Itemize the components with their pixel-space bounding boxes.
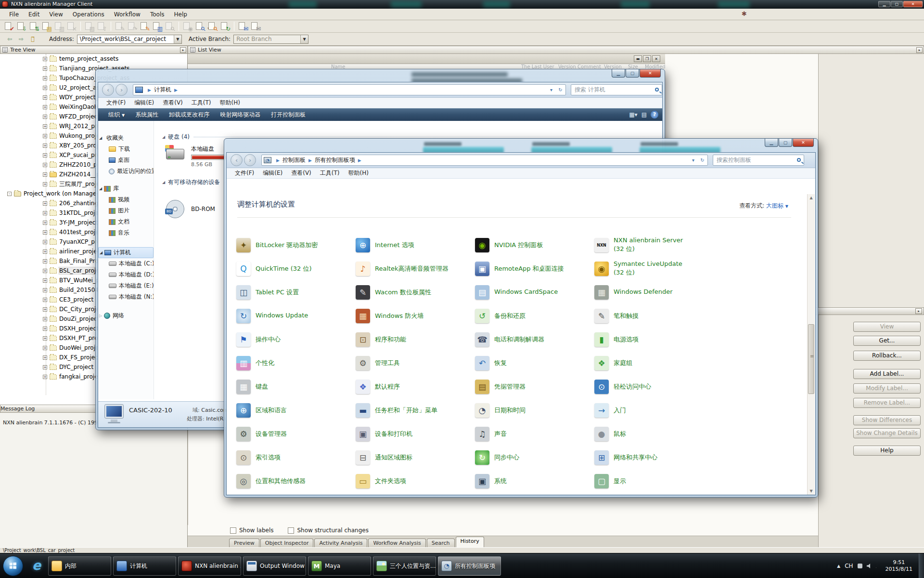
cp-item-恢复[interactable]: ↶恢复 bbox=[475, 355, 593, 377]
cp-minimize-button[interactable]: ▁ bbox=[765, 139, 778, 147]
cp-item-操作中心[interactable]: ⚑操作中心 bbox=[236, 331, 355, 353]
app-menu-workflow[interactable]: Workflow bbox=[110, 10, 145, 19]
tree-view-menu-icon[interactable]: ▸ bbox=[180, 47, 186, 53]
duplicate-icon[interactable]: ▥ bbox=[151, 21, 163, 32]
app-menu-operations[interactable]: Operations bbox=[68, 10, 109, 19]
explorer-menu-编辑-e[interactable]: 编辑(E) bbox=[130, 98, 158, 108]
explorer-address-bar[interactable]: ▶ 计算机 ▶ ▾ ↻ bbox=[133, 84, 566, 95]
branch-combobox[interactable]: Root Branch ▼ bbox=[233, 35, 308, 44]
sidebar-item-文档[interactable]: 文档 bbox=[98, 216, 154, 227]
view-button[interactable]: View bbox=[853, 322, 921, 332]
sidebar-item-图片[interactable]: 图片 bbox=[98, 205, 154, 216]
tree-expand-icon[interactable]: + bbox=[43, 336, 47, 341]
cp-item-remoteapp-和桌面连接[interactable]: ▣RemoteApp 和桌面连接 bbox=[475, 260, 593, 282]
collapse-icon[interactable]: ◢ bbox=[162, 135, 165, 139]
view-icon[interactable]: ◉ bbox=[181, 21, 193, 32]
tab-search[interactable]: Search bbox=[427, 539, 455, 547]
cp-item-nvidia-控制面板[interactable]: ◉NVIDIA 控制面板 bbox=[475, 236, 593, 259]
taskbar-item-三个人位置与资[interactable]: 三个人位置与资... bbox=[373, 556, 436, 576]
view-mode-value[interactable]: 大图标 bbox=[766, 202, 783, 209]
cp-item-windows-update[interactable]: ↻Windows Update bbox=[236, 307, 355, 329]
tree-expand-icon[interactable]: + bbox=[43, 355, 47, 360]
sidebar-item-桌面[interactable]: 桌面 bbox=[98, 155, 154, 166]
list-close-icon[interactable]: ✕ bbox=[652, 55, 660, 62]
rename-icon[interactable]: ✎ bbox=[114, 21, 126, 32]
sidebar-item-本地磁盘-c[interactable]: 本地磁盘 (C:) bbox=[98, 258, 154, 269]
breadcrumb[interactable]: 计算机 bbox=[154, 86, 171, 94]
expander-icon[interactable]: ◢ bbox=[99, 186, 104, 191]
address-combobox[interactable]: \Project_work\BSL_car_project ▼ bbox=[77, 35, 182, 44]
expander-icon[interactable]: ◢ bbox=[100, 250, 104, 255]
preview-pane-icon[interactable]: ▤ bbox=[642, 111, 647, 118]
tree-expand-icon[interactable]: + bbox=[43, 144, 47, 148]
command-系统属性[interactable]: 系统属性 bbox=[130, 109, 164, 120]
help-button[interactable]: Help bbox=[853, 446, 921, 456]
sidebar-item-网络[interactable]: ▷网络 bbox=[98, 310, 154, 321]
tree-expand-icon[interactable]: + bbox=[43, 317, 47, 321]
tree-expand-icon[interactable]: + bbox=[43, 57, 47, 61]
cp-item-入门[interactable]: →入门 bbox=[594, 402, 713, 424]
cp-item-internet-选项[interactable]: ⊕Internet 选项 bbox=[356, 236, 474, 259]
tree-expand-icon[interactable]: + bbox=[43, 172, 47, 177]
cp-address-bar[interactable]: ◔ ▶ 控制面板▶所有控制面板项▶ ▾ ↻ bbox=[261, 155, 708, 166]
taskbar-item-maya[interactable]: MMaya bbox=[308, 556, 371, 576]
cp-item-同步中心[interactable]: ↻同步中心 bbox=[475, 449, 593, 471]
address-dropdown-icon[interactable]: ▼ bbox=[174, 35, 181, 43]
sidebar-item-音乐[interactable]: 音乐 bbox=[98, 227, 154, 238]
start-button[interactable] bbox=[3, 556, 23, 576]
cp-menu-文件-f[interactable]: 文件(F) bbox=[231, 168, 258, 178]
cp-maximize-button[interactable]: ▢ bbox=[779, 139, 792, 147]
list-minimize-icon[interactable]: ▬ bbox=[634, 55, 642, 62]
app-close-button[interactable]: ✕ bbox=[903, 1, 923, 7]
cp-item-windows-defender[interactable]: ▦Windows Defender bbox=[594, 284, 713, 306]
tab-activity-analysis[interactable]: Activity Analysis bbox=[314, 539, 367, 547]
cp-item-声音[interactable]: ♫声音 bbox=[475, 425, 593, 447]
modify-label-button[interactable]: Modify Label... bbox=[853, 383, 921, 394]
tab-preview[interactable]: Preview bbox=[229, 539, 259, 547]
cp-item-设备管理器[interactable]: ⚙设备管理器 bbox=[236, 425, 355, 447]
tree-item-temp-project-assets[interactable]: +temp_project_assets bbox=[0, 54, 187, 64]
view-mode-dropdown-icon[interactable]: ▼ bbox=[785, 204, 788, 209]
cp-item-网络和共享中心[interactable]: ⊞网络和共享中心 bbox=[594, 449, 713, 471]
check-out-icon[interactable]: ⇩ bbox=[15, 21, 27, 32]
cp-item-文件夹选项[interactable]: ▭文件夹选项 bbox=[356, 473, 474, 495]
cp-item-bitlocker-驱动器加密[interactable]: ✦BitLocker 驱动器加密 bbox=[236, 236, 355, 259]
tree-expand-icon[interactable]: + bbox=[43, 153, 47, 158]
up-folder-icon[interactable]: 🗀⃗ bbox=[28, 35, 38, 43]
cp-item-程序和功能[interactable]: ⊡程序和功能 bbox=[356, 331, 474, 353]
cp-item-电话和调制解调器[interactable]: ☎电话和调制解调器 bbox=[475, 331, 593, 353]
cp-item-日期和时间[interactable]: ◔日期和时间 bbox=[475, 402, 593, 424]
cp-item-电源选项[interactable]: ▮电源选项 bbox=[594, 331, 713, 353]
app-titlebar[interactable]: NXN alienbrain Manager Client ▁ ▢ ✕ bbox=[0, 0, 924, 9]
cp-menu-查看-v[interactable]: 查看(V) bbox=[287, 168, 316, 178]
cp-item-realtek高清晰音频管理器[interactable]: ♪Realtek高清晰音频管理器 bbox=[356, 260, 474, 282]
expander-icon[interactable]: ▷ bbox=[99, 314, 104, 318]
explorer-menu-帮助-h[interactable]: 帮助(H) bbox=[216, 98, 244, 108]
refresh-icon[interactable]: ↻ bbox=[556, 86, 565, 94]
command-卸载或更改程序[interactable]: 卸载或更改程序 bbox=[164, 109, 215, 120]
show-structural-changes-checkbox[interactable]: Show structural changes bbox=[288, 527, 368, 534]
tree-expand-icon[interactable]: + bbox=[43, 346, 47, 350]
app-menu-view[interactable]: View bbox=[45, 10, 67, 19]
search-icon[interactable]: ⚲▾ bbox=[194, 21, 206, 32]
app-menu-help[interactable]: Help bbox=[169, 10, 191, 19]
cp-item-凭据管理器[interactable]: ▤凭据管理器 bbox=[475, 378, 593, 400]
scrollbar-thumb[interactable] bbox=[808, 324, 814, 394]
sidebar-item-本地磁盘-e[interactable]: 本地磁盘 (E:) bbox=[98, 280, 154, 291]
tree-expand-icon[interactable]: + bbox=[43, 115, 47, 119]
tree-expand-icon[interactable]: + bbox=[43, 288, 47, 292]
tree-expand-icon[interactable]: + bbox=[43, 95, 47, 100]
change-view-icon[interactable]: ▦▾ bbox=[629, 111, 637, 118]
taskbar-item-内部[interactable]: 内部 bbox=[48, 556, 111, 576]
tree-expand-icon[interactable]: + bbox=[43, 240, 47, 244]
cp-item-管理工具[interactable]: ⚙管理工具 bbox=[356, 355, 474, 377]
list-view-menu-icon[interactable]: ▸ bbox=[916, 47, 923, 53]
tree-expand-icon[interactable]: + bbox=[43, 327, 47, 331]
find-icon[interactable]: ⚲ bbox=[164, 21, 176, 32]
tree-expand-icon[interactable]: + bbox=[43, 298, 47, 302]
tree-expand-icon[interactable]: + bbox=[43, 182, 47, 186]
cp-menu-工具-t[interactable]: 工具(T) bbox=[316, 168, 344, 178]
tree-expand-icon[interactable]: + bbox=[43, 66, 47, 71]
ime-tray-icon[interactable] bbox=[858, 564, 862, 568]
explorer-menu-查看-v[interactable]: 查看(V) bbox=[158, 98, 187, 108]
